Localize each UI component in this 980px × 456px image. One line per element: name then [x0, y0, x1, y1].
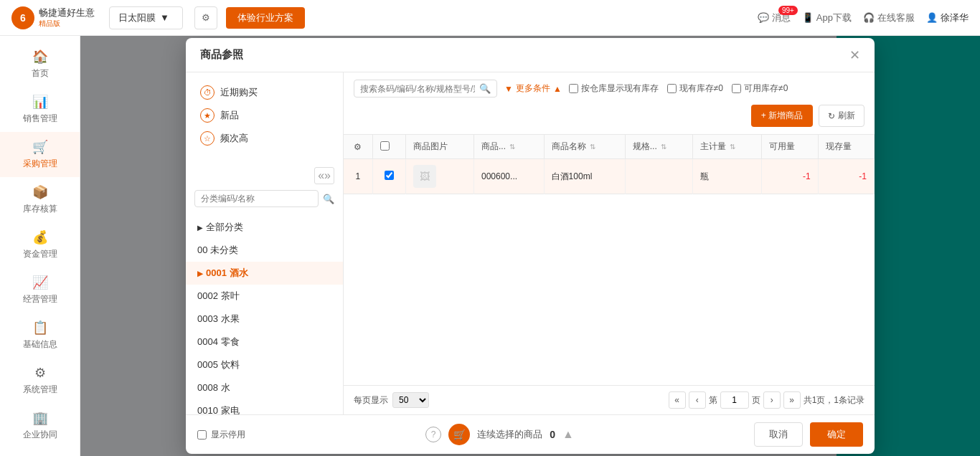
product-table-container: ⚙ 商品图片 商品... ⇅ 商品名称 ⇅ 规格... ⇅ 主计量 ⇅ — [344, 135, 875, 385]
collapse-button: «» — [186, 164, 343, 187]
product-thumbnail: 🖼 — [413, 165, 436, 188]
search-icon: 🔍 — [479, 83, 491, 94]
col-check — [372, 135, 406, 159]
chevron-down-icon: ▼ — [160, 12, 169, 23]
sidebar-item-inventory[interactable]: 📦 库存核算 — [0, 177, 80, 222]
gear-icon: ⚙ — [202, 12, 210, 23]
finance-icon: 💰 — [32, 229, 48, 245]
modal-toolbar: 🔍 ▼ 更多条件 ▲ 按仓库显示现有库存 — [344, 72, 875, 135]
checkbox-available-input[interactable] — [667, 84, 677, 93]
collapse-footer-button[interactable]: ▲ — [562, 428, 574, 441]
page-input[interactable] — [720, 391, 749, 409]
home-icon: 🏠 — [32, 49, 48, 65]
message-icon: 💬 — [758, 12, 769, 23]
user-menu[interactable]: 👤 徐泽华 — [926, 11, 969, 24]
category-item-all[interactable]: ▶ 全部分类 — [186, 216, 343, 239]
headset-icon: 🎧 — [863, 12, 875, 23]
phone-icon: 📱 — [802, 12, 814, 23]
row-spec — [625, 159, 692, 194]
col-code[interactable]: 商品... ⇅ — [474, 135, 545, 159]
app-download-button[interactable]: 📱 App下载 — [802, 11, 852, 24]
product-search-input[interactable] — [360, 84, 475, 94]
sidebar: 🏠 首页 📊 销售管理 🛒 采购管理 📦 库存核算 💰 资金管理 📈 经营管理 … — [0, 36, 80, 456]
category-item-0001[interactable]: ▶ 0001 酒水 — [186, 262, 343, 285]
modal-overlay: 商品参照 ✕ ⏱ 近期购买 ★ — [80, 36, 980, 456]
trial-button[interactable]: 体验行业方案 — [226, 7, 305, 29]
show-disabled-checkbox[interactable]: 显示停用 — [197, 429, 245, 441]
checkbox-usable-input[interactable] — [732, 84, 741, 93]
collapse-icon[interactable]: «» — [314, 167, 334, 184]
sidebar-item-finance[interactable]: 💰 资金管理 — [0, 222, 80, 267]
message-badge: 99+ — [778, 6, 798, 15]
col-spec[interactable]: 规格... ⇅ — [625, 135, 692, 159]
service-button[interactable]: 🎧 在线客服 — [863, 11, 915, 24]
modal-footer: 显示停用 ? 🛒 连续选择的商品 0 ▲ 取消 确定 — [186, 414, 875, 454]
page-size-dropdown[interactable]: 50 100 — [392, 392, 429, 408]
category-item-0005[interactable]: 0005 饮料 — [186, 353, 343, 376]
confirm-button[interactable]: 确定 — [810, 422, 863, 447]
system-icon: ⚙ — [34, 365, 46, 381]
help-button[interactable]: ? — [425, 427, 441, 442]
category-item-0008[interactable]: 0008 水 — [186, 376, 343, 399]
settings-button[interactable]: ⚙ — [194, 6, 217, 29]
modal-title: 商品参照 — [200, 48, 243, 62]
inventory-icon: 📦 — [32, 184, 48, 200]
basic-icon: 📋 — [32, 320, 48, 336]
category-item-0002[interactable]: 0002 茶叶 — [186, 285, 343, 308]
modal-close-button[interactable]: ✕ — [849, 49, 860, 62]
first-page-button[interactable]: « — [669, 391, 686, 409]
prev-page-button[interactable]: ‹ — [689, 391, 706, 409]
category-search-input[interactable] — [194, 190, 319, 207]
sidebar-item-purchase[interactable]: 🛒 采购管理 — [0, 132, 80, 177]
sidebar-item-guide[interactable]: 🆕 新手引导 — [0, 448, 80, 456]
cancel-button[interactable]: 取消 — [754, 422, 803, 447]
nav-right: 💬 消息 99+ 📱 App下载 🎧 在线客服 👤 徐泽华 — [758, 11, 969, 24]
checkbox-warehouse-input[interactable] — [569, 84, 578, 93]
select-all-checkbox[interactable] — [380, 141, 390, 151]
sidebar-item-system[interactable]: ⚙ 系统管理 — [0, 358, 80, 403]
modal-right-panel: 🔍 ▼ 更多条件 ▲ 按仓库显示现有库存 — [344, 72, 875, 414]
filter-icon: ▼ — [504, 84, 513, 94]
sidebar-item-operation[interactable]: 📈 经营管理 — [0, 267, 80, 313]
footer-actions: 取消 确定 — [754, 422, 863, 447]
sidebar-item-sales[interactable]: 📊 销售管理 — [0, 87, 80, 132]
content-area: 商品参照 ✕ ⏱ 近期购买 ★ — [80, 36, 980, 456]
row-num: 1 — [344, 159, 372, 194]
category-item-0010[interactable]: 0010 家电 — [186, 399, 343, 414]
refresh-button[interactable]: ↻ 刷新 — [819, 105, 864, 127]
quick-item-frequent[interactable]: ☆ 频次高 — [194, 127, 334, 150]
last-page-button[interactable]: » — [783, 391, 801, 409]
add-product-button[interactable]: + 新增商品 — [751, 105, 813, 127]
arrow-icon: ▶ — [197, 224, 203, 232]
row-checkbox[interactable] — [372, 159, 406, 194]
row-unit: 瓶 — [692, 159, 762, 194]
checkbox-available[interactable]: 现有库存≠0 — [667, 82, 723, 95]
show-disabled-input[interactable] — [197, 430, 207, 440]
next-page-button[interactable]: › — [763, 391, 781, 409]
category-item-0003[interactable]: 0003 水果 — [186, 308, 343, 331]
quick-access: ⏱ 近期购买 ★ 新品 ☆ 频次高 — [186, 81, 343, 158]
sidebar-item-enterprise[interactable]: 🏢 企业协同 — [0, 403, 80, 448]
col-settings[interactable]: ⚙ — [344, 135, 372, 159]
checkbox-usable[interactable]: 可用库存≠0 — [732, 82, 788, 95]
quick-item-new[interactable]: ★ 新品 — [194, 104, 334, 127]
category-item-00[interactable]: 00 未分类 — [186, 239, 343, 262]
new-icon: ★ — [200, 108, 215, 123]
sidebar-item-basic[interactable]: 📋 基础信息 — [0, 313, 80, 358]
logo-icon: 6 — [11, 6, 34, 29]
category-search-icon[interactable]: 🔍 — [323, 194, 334, 204]
sidebar-item-home[interactable]: 🏠 首页 — [0, 42, 80, 87]
filter-button[interactable]: ▼ 更多条件 ▲ — [504, 82, 562, 95]
row-select-checkbox[interactable] — [385, 171, 394, 180]
table-row[interactable]: 1 🖼 — [344, 159, 875, 194]
checkbox-warehouse[interactable]: 按仓库显示现有库存 — [569, 82, 659, 95]
message-button[interactable]: 💬 消息 99+ — [758, 11, 791, 24]
col-stock: 现存量 — [818, 135, 874, 159]
category-item-0004[interactable]: 0004 零食 — [186, 331, 343, 353]
col-unit[interactable]: 主计量 ⇅ — [692, 135, 762, 159]
row-available: -1 — [762, 159, 818, 194]
quick-item-recent[interactable]: ⏱ 近期购买 — [194, 81, 334, 104]
cart-button[interactable]: 🛒 — [448, 424, 470, 445]
col-name[interactable]: 商品名称 ⇅ — [544, 135, 625, 159]
branch-selector[interactable]: 日太阳膜 ▼ — [109, 6, 183, 29]
